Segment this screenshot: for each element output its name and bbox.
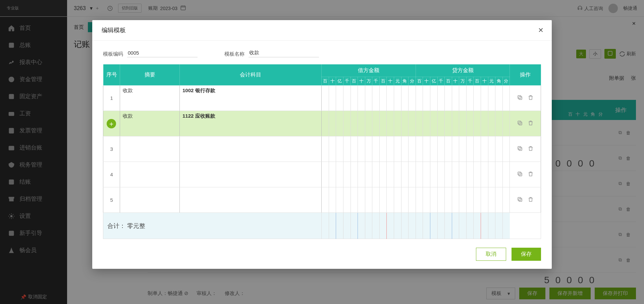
amount-cell[interactable] [358, 85, 365, 111]
table-row[interactable]: 4 [103, 162, 541, 187]
amount-cell[interactable] [481, 187, 488, 213]
amount-cell[interactable] [322, 187, 329, 213]
amount-cell[interactable] [336, 187, 343, 213]
save-button[interactable]: 保存 [512, 248, 541, 261]
amount-cell[interactable] [351, 85, 358, 111]
tpl-code-input[interactable] [127, 49, 198, 57]
amount-cell[interactable] [416, 136, 423, 162]
amount-cell[interactable] [379, 187, 387, 213]
amount-cell[interactable] [416, 85, 423, 111]
amount-cell[interactable] [466, 85, 474, 111]
amount-cell[interactable] [322, 85, 329, 111]
amount-cell[interactable] [452, 136, 459, 162]
row-summary[interactable] [120, 187, 180, 213]
row-summary[interactable]: 收款 [120, 111, 180, 136]
amount-cell[interactable] [343, 187, 351, 213]
amount-cell[interactable] [488, 136, 495, 162]
delete-icon[interactable] [528, 95, 534, 102]
amount-cell[interactable] [452, 85, 459, 111]
amount-cell[interactable] [336, 136, 343, 162]
amount-cell[interactable] [336, 85, 343, 111]
amount-cell[interactable] [358, 136, 365, 162]
delete-icon[interactable] [528, 171, 534, 178]
amount-cell[interactable] [351, 111, 358, 136]
amount-cell[interactable] [430, 85, 437, 111]
table-row[interactable]: ＋ 收款 1122 应收账款 [103, 111, 541, 136]
close-icon[interactable]: ✕ [537, 25, 545, 36]
amount-cell[interactable] [372, 111, 380, 136]
amount-cell[interactable] [459, 187, 467, 213]
amount-cell[interactable] [343, 136, 351, 162]
amount-cell[interactable] [488, 85, 495, 111]
amount-cell[interactable] [343, 162, 351, 187]
copy-icon[interactable] [517, 171, 523, 178]
amount-cell[interactable] [387, 136, 394, 162]
amount-cell[interactable] [365, 111, 372, 136]
row-summary[interactable]: 收款 [120, 85, 180, 111]
amount-cell[interactable] [409, 136, 416, 162]
amount-cell[interactable] [329, 187, 336, 213]
amount-cell[interactable] [409, 162, 416, 187]
amount-cell[interactable] [409, 85, 416, 111]
amount-cell[interactable] [394, 162, 401, 187]
amount-cell[interactable] [416, 162, 423, 187]
amount-cell[interactable] [502, 111, 510, 136]
table-row[interactable]: 1 收款 1002 银行存款 [103, 85, 541, 111]
row-account[interactable]: 1122 应收账款 [180, 111, 322, 136]
amount-cell[interactable] [430, 111, 437, 136]
amount-cell[interactable] [481, 162, 488, 187]
amount-cell[interactable] [488, 187, 495, 213]
amount-cell[interactable] [466, 162, 474, 187]
amount-cell[interactable] [358, 111, 365, 136]
amount-cell[interactable] [423, 136, 430, 162]
amount-cell[interactable] [394, 85, 401, 111]
amount-cell[interactable] [502, 162, 510, 187]
amount-cell[interactable] [452, 111, 459, 136]
amount-cell[interactable] [336, 111, 343, 136]
cancel-button[interactable]: 取消 [476, 248, 506, 261]
amount-cell[interactable] [488, 111, 495, 136]
amount-cell[interactable] [401, 85, 409, 111]
amount-cell[interactable] [372, 136, 380, 162]
amount-cell[interactable] [351, 187, 358, 213]
row-account[interactable] [180, 187, 322, 213]
amount-cell[interactable] [322, 162, 329, 187]
amount-cell[interactable] [466, 187, 474, 213]
amount-cell[interactable] [394, 111, 401, 136]
row-account[interactable] [180, 162, 322, 187]
tpl-name-input[interactable] [249, 49, 319, 57]
amount-cell[interactable] [459, 111, 467, 136]
delete-icon[interactable] [528, 145, 534, 153]
amount-cell[interactable] [437, 136, 445, 162]
amount-cell[interactable] [365, 85, 372, 111]
amount-cell[interactable] [423, 85, 430, 111]
amount-cell[interactable] [474, 162, 481, 187]
amount-cell[interactable] [445, 187, 452, 213]
amount-cell[interactable] [474, 136, 481, 162]
copy-icon[interactable] [517, 196, 523, 203]
amount-cell[interactable] [401, 111, 409, 136]
amount-cell[interactable] [495, 111, 503, 136]
amount-cell[interactable] [372, 85, 380, 111]
table-row[interactable]: 3 [103, 136, 541, 162]
amount-cell[interactable] [502, 136, 510, 162]
amount-cell[interactable] [445, 85, 452, 111]
amount-cell[interactable] [445, 111, 452, 136]
delete-icon[interactable] [528, 120, 534, 127]
amount-cell[interactable] [372, 162, 380, 187]
amount-cell[interactable] [452, 162, 459, 187]
amount-cell[interactable] [401, 136, 409, 162]
amount-cell[interactable] [358, 187, 365, 213]
amount-cell[interactable] [379, 85, 387, 111]
add-row-button[interactable]: ＋ [107, 119, 116, 128]
amount-cell[interactable] [502, 187, 510, 213]
amount-cell[interactable] [488, 162, 495, 187]
amount-cell[interactable] [409, 187, 416, 213]
row-account[interactable] [180, 136, 322, 162]
amount-cell[interactable] [495, 187, 503, 213]
amount-cell[interactable] [416, 187, 423, 213]
amount-cell[interactable] [474, 187, 481, 213]
row-summary[interactable] [120, 136, 180, 162]
amount-cell[interactable] [430, 162, 437, 187]
amount-cell[interactable] [365, 136, 372, 162]
